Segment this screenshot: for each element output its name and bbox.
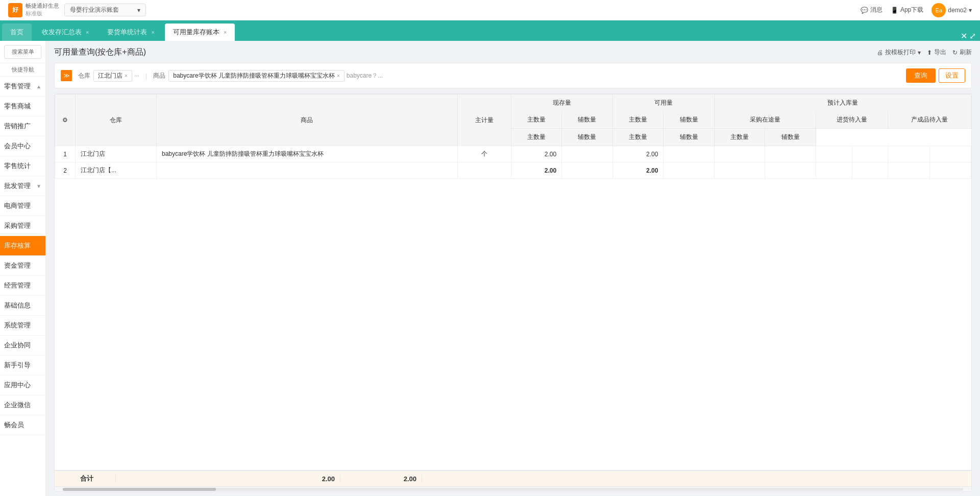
row2-cs-aux bbox=[562, 162, 613, 179]
tab-home-label: 首页 bbox=[10, 28, 23, 37]
export-label: 导出 bbox=[934, 48, 946, 57]
query-button[interactable]: 查询 bbox=[906, 68, 936, 83]
row2-av-main: 2.00 bbox=[612, 162, 664, 179]
nav-tabs: 首页 收发存汇总表 × 要货单统计表 × 可用量库存账本 × ✕ ⤢ bbox=[0, 20, 980, 41]
row1-pt-aux bbox=[765, 146, 816, 162]
expand-window-icon[interactable]: ⤢ bbox=[969, 31, 976, 41]
tab-order-stats[interactable]: 要货单统计表 × bbox=[99, 23, 162, 41]
quick-nav-button[interactable]: 快捷导航 bbox=[0, 63, 45, 77]
th-av-aux: 辅数量 bbox=[664, 111, 715, 129]
product-tag-babycare[interactable]: babycare学饮杯 儿童防摔防撞吸管杯重力球吸嘴杯宝宝水杯 × bbox=[168, 70, 345, 82]
username: demo2 bbox=[948, 7, 967, 14]
product-tag-babycare-close[interactable]: × bbox=[337, 73, 340, 79]
sidebar-item-retail-shop[interactable]: 零售商城 bbox=[0, 97, 45, 116]
sidebar-item-retail-mgmt[interactable]: 零售管理 ▲ bbox=[0, 77, 45, 97]
row2-cs-main: 2.00 bbox=[511, 162, 562, 179]
sidebar-item-basic[interactable]: 基础信息 bbox=[0, 296, 45, 316]
print-chevron-icon: ▾ bbox=[918, 49, 921, 56]
content-area: 可用量查询(按仓库+商品) 🖨 按模板打印 ▾ ⬆ 导出 ↻ 刷新 ≫ bbox=[46, 41, 980, 496]
row2-fp-aux bbox=[929, 162, 971, 179]
th-estimated-in: 预计入库量 bbox=[714, 95, 971, 112]
tab-available-inventory-label: 可用量库存账本 bbox=[173, 28, 219, 37]
th-av-main: 主数量 bbox=[612, 111, 664, 129]
tab-receivables-close[interactable]: × bbox=[86, 30, 89, 35]
sidebar-item-apps[interactable]: 应用中心 bbox=[0, 375, 45, 395]
message-button[interactable]: 💬 消息 bbox=[861, 6, 883, 14]
table-scroll[interactable]: ⚙ 仓库 商品 主计量 现存量 可用量 预计入库量 主数量 辅数量 主数量 bbox=[55, 94, 971, 470]
scrollbar-thumb[interactable] bbox=[63, 488, 216, 491]
row2-ip-main bbox=[816, 162, 852, 179]
row1-ip-aux bbox=[852, 146, 888, 162]
message-icon: 💬 bbox=[861, 7, 868, 14]
sidebar-item-purchase[interactable]: 采购管理 bbox=[0, 216, 45, 236]
tab-available-inventory-close[interactable]: × bbox=[224, 30, 227, 35]
warehouse-tag-jiangbei[interactable]: 江北门店 × bbox=[93, 70, 132, 82]
warehouse-tag-jiangbei-text: 江北门店 bbox=[98, 72, 122, 80]
product-tag-babycare-text: babycare学饮杯 儿童防摔防撞吸管杯重力球吸嘴杯宝宝水杯 bbox=[173, 72, 335, 80]
warehouse-more-icon[interactable]: ··· bbox=[134, 72, 139, 79]
content-header: 可用量查询(按仓库+商品) 🖨 按模板打印 ▾ ⬆ 导出 ↻ 刷新 bbox=[46, 41, 980, 58]
label-tag: 标准版 bbox=[26, 10, 59, 17]
table-container: ⚙ 仓库 商品 主计量 现存量 可用量 预计入库量 主数量 辅数量 主数量 bbox=[54, 93, 972, 492]
search-menu-button[interactable]: 搜索菜单 bbox=[4, 45, 41, 59]
sidebar-item-wholesale[interactable]: 批发管理 ▼ bbox=[0, 176, 45, 196]
logo-icon: 好 bbox=[8, 3, 22, 17]
tab-available-inventory[interactable]: 可用量库存账本 × bbox=[165, 23, 235, 41]
horizontal-scrollbar[interactable] bbox=[55, 486, 971, 491]
row1-pt-main bbox=[714, 146, 765, 162]
sidebar-item-inventory[interactable]: 库存核算 bbox=[0, 236, 45, 256]
row1-warehouse: 江北门店 bbox=[76, 146, 157, 162]
sidebar-item-member[interactable]: 会员中心 bbox=[0, 136, 45, 156]
th-available: 可用量 bbox=[612, 95, 714, 112]
product-more-icon[interactable]: babycare？... bbox=[347, 72, 383, 80]
row1-cs-aux bbox=[562, 146, 613, 162]
tab-order-stats-close[interactable]: × bbox=[151, 30, 154, 35]
scrollbar-track bbox=[63, 488, 963, 491]
expand-filter-button[interactable]: ≫ bbox=[61, 70, 72, 81]
th-unit: 主计量 bbox=[457, 95, 511, 146]
sidebar-item-retail-stats-label: 零售统计 bbox=[4, 161, 31, 171]
refresh-button[interactable]: ↻ 刷新 bbox=[952, 48, 972, 57]
top-bar-right: 💬 消息 📱 App下载 Ea demo2 ▾ bbox=[861, 3, 972, 17]
sidebar-item-ecommerce[interactable]: 电商管理 bbox=[0, 196, 45, 216]
industry-selector[interactable]: 母婴行业演示账套 ▾ bbox=[64, 4, 146, 16]
row1-unit: 个 bbox=[457, 146, 511, 162]
tab-receivables-label: 收发存汇总表 bbox=[42, 28, 82, 37]
sidebar-item-finance[interactable]: 资金管理 bbox=[0, 256, 45, 276]
sidebar-item-inventory-label: 库存核算 bbox=[4, 241, 31, 250]
sidebar-item-ops[interactable]: 经营管理 bbox=[0, 276, 45, 296]
sidebar-item-newbie[interactable]: 新手引导 bbox=[0, 356, 45, 375]
sidebar-item-enterprise[interactable]: 企业协同 bbox=[0, 336, 45, 356]
avatar: Ea bbox=[932, 3, 946, 17]
th-finished-pending: 产成品待入量 bbox=[888, 111, 971, 129]
sidebar-item-wechat[interactable]: 企业微信 bbox=[0, 395, 45, 415]
table-row: 2 江北门店【... 2.00 2.00 bbox=[55, 162, 971, 179]
setting-button[interactable]: 设置 bbox=[939, 68, 965, 83]
close-window-icon[interactable]: ✕ bbox=[961, 31, 967, 41]
export-button[interactable]: ⬆ 导出 bbox=[927, 48, 946, 57]
print-button[interactable]: 🖨 按模板打印 ▾ bbox=[877, 48, 921, 57]
tab-home[interactable]: 首页 bbox=[2, 23, 32, 41]
user-chevron-icon: ▾ bbox=[969, 7, 972, 14]
warehouse-tag-jiangbei-close[interactable]: × bbox=[125, 73, 128, 79]
th-gear[interactable]: ⚙ bbox=[55, 95, 76, 146]
sidebar-item-ecommerce-label: 电商管理 bbox=[4, 201, 31, 210]
sidebar-item-enterprise-label: 企业协同 bbox=[4, 341, 31, 350]
print-icon: 🖨 bbox=[877, 49, 883, 56]
page-title: 可用量查询(按仓库+商品) bbox=[54, 47, 146, 58]
th-cs-aux: 辅数量 bbox=[562, 111, 613, 129]
user-menu[interactable]: Ea demo2 ▾ bbox=[932, 3, 972, 17]
row1-av-main: 2.00 bbox=[612, 146, 664, 162]
sidebar-item-marketing[interactable]: 营销推广 bbox=[0, 116, 45, 136]
row1-product: babycare学饮杯 儿童防摔防撞吸管杯重力球吸嘴杯宝宝水杯 bbox=[156, 146, 457, 162]
row1-ip-main bbox=[816, 146, 852, 162]
footer-label: 合计 bbox=[75, 474, 116, 483]
app-download-button[interactable]: 📱 App下载 bbox=[891, 6, 923, 14]
tab-receivables[interactable]: 收发存汇总表 × bbox=[34, 23, 97, 41]
sidebar-item-system[interactable]: 系统管理 bbox=[0, 316, 45, 336]
th-pt-aux: 辅数量 bbox=[562, 129, 613, 146]
sidebar-item-member-label: 会员中心 bbox=[4, 141, 31, 151]
sidebar-item-retail-stats[interactable]: 零售统计 bbox=[0, 156, 45, 176]
sidebar-item-wechat-label: 企业微信 bbox=[4, 400, 31, 410]
sidebar-item-vip[interactable]: 畅会员 bbox=[0, 415, 45, 435]
